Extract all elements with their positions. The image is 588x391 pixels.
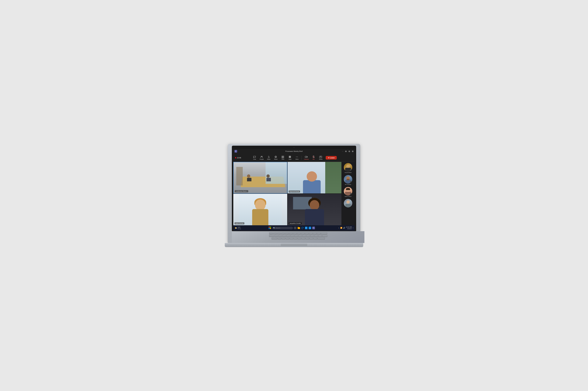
more-button[interactable]: More <box>294 155 300 161</box>
svg-rect-32 <box>294 227 295 228</box>
key <box>310 237 313 239</box>
people-button[interactable]: People <box>258 155 265 161</box>
svg-point-17 <box>289 157 290 158</box>
key <box>293 232 297 234</box>
minimize-button[interactable]: — <box>345 151 347 152</box>
participant-claude[interactable]: 🎤 Claude Bélisle <box>344 163 352 173</box>
apps-button[interactable]: Apps <box>287 155 293 161</box>
key <box>298 237 301 239</box>
temperature: 71°F <box>238 227 241 228</box>
svg-rect-9 <box>282 157 283 158</box>
key <box>278 235 282 237</box>
screen: T Proseware Weekly Brief ··· — □ ✕ <box>233 149 355 231</box>
teams-logo-icon: T <box>235 150 237 153</box>
weather-icon: 🌤️ <box>235 227 237 229</box>
close-button[interactable]: ✕ <box>352 151 353 152</box>
window-options[interactable]: ··· <box>342 150 343 152</box>
edge-icon[interactable] <box>301 226 304 230</box>
extra-avatar <box>344 199 352 207</box>
video-tile-liane[interactable]: Liane Cormier <box>233 194 287 225</box>
react-button[interactable]: React <box>272 155 279 161</box>
chat-button[interactable]: Chat <box>251 155 258 161</box>
title-bar-controls: ··· — □ ✕ <box>342 150 353 152</box>
svg-point-14 <box>289 157 290 157</box>
noemi-avatar: 🎤 <box>344 187 352 196</box>
key <box>269 232 273 234</box>
file-explorer-icon[interactable] <box>297 226 301 230</box>
key <box>314 235 318 237</box>
participant-alix[interactable]: 🎤 Alix Gauthier <box>344 175 352 185</box>
svg-point-13 <box>290 156 291 156</box>
svg-rect-31 <box>270 228 271 229</box>
share-button[interactable]: Share <box>318 155 324 161</box>
system-tray-icons: ∧ <box>338 227 339 229</box>
taskbar: 🌤️ 71°F Sunny <box>233 225 355 231</box>
camera-button[interactable]: Camera <box>303 155 310 161</box>
key <box>274 235 278 237</box>
participant-noemi[interactable]: 🎤 Noémi Vincze <box>344 187 352 197</box>
key <box>318 235 322 237</box>
timer-display: 22:06 <box>237 157 241 159</box>
key <box>313 232 317 234</box>
task-view-icon[interactable] <box>294 226 297 230</box>
claude-avatar: 🎤 <box>344 163 352 172</box>
mic-button[interactable]: Mic <box>310 155 317 161</box>
video-grid: Conference Room A <box>233 162 341 225</box>
store-icon[interactable]: M <box>305 226 308 230</box>
key <box>286 235 290 237</box>
key <box>273 232 277 234</box>
key <box>317 232 321 234</box>
keyboard-row-2 <box>269 235 327 237</box>
svg-point-12 <box>290 156 290 156</box>
key <box>289 232 293 234</box>
svg-line-26 <box>313 156 315 158</box>
title-bar-left: T <box>235 150 237 153</box>
key <box>282 237 285 239</box>
key <box>278 237 281 239</box>
start-button[interactable] <box>268 226 272 230</box>
video-tile-conf-room[interactable]: Conference Room A <box>233 162 287 194</box>
raise-button[interactable]: Raise <box>265 155 272 161</box>
noemi-mic-icon: 🎤 <box>350 193 352 196</box>
leave-button[interactable]: Leave <box>326 156 336 160</box>
svg-text:M: M <box>306 227 307 229</box>
svg-text:T: T <box>235 151 236 152</box>
wifi-icon: 📶 <box>340 227 342 229</box>
key <box>269 235 274 237</box>
participant-extra[interactable] <box>344 199 352 207</box>
key <box>285 232 289 234</box>
svg-point-5 <box>275 156 276 157</box>
raymond-label: Raymond Boulet <box>289 191 300 193</box>
search-wrapper[interactable]: 🔍 <box>272 227 293 229</box>
clock[interactable]: 11:11 AM 4/9/2024 <box>346 226 352 230</box>
svg-rect-38 <box>298 227 299 227</box>
view-button[interactable]: View <box>280 155 286 161</box>
svg-rect-33 <box>295 227 296 228</box>
notification-icon: □ <box>353 227 353 229</box>
maximize-button[interactable]: □ <box>348 151 350 152</box>
key <box>277 232 281 234</box>
svg-rect-10 <box>283 157 284 158</box>
alix-name: Alix Gauthier <box>345 184 351 185</box>
window-title: Proseware Weekly Brief <box>285 150 303 152</box>
video-tile-raymond[interactable]: Raymond Boulet <box>287 162 341 194</box>
svg-point-22 <box>298 157 298 157</box>
svg-point-11 <box>289 156 290 156</box>
teams-taskbar-icon[interactable]: T <box>312 226 315 230</box>
trackpad[interactable] <box>281 244 307 246</box>
key <box>297 232 301 234</box>
weather-widget[interactable]: 🌤️ 71°F Sunny <box>235 227 245 229</box>
search-input[interactable] <box>272 227 293 229</box>
system-tray: ∧ 📶 🔊 11:11 AM 4/9/2024 □ <box>338 226 353 230</box>
video-tile-jacqueline[interactable]: Jacqueline Grondin <box>287 194 341 225</box>
key <box>318 237 325 239</box>
outlook-icon[interactable]: Ou <box>308 226 312 230</box>
key <box>310 235 314 237</box>
alix-mic-icon: 🎤 <box>350 181 352 184</box>
svg-point-18 <box>290 157 290 158</box>
key <box>281 232 285 234</box>
svg-rect-29 <box>270 227 271 228</box>
svg-rect-34 <box>294 228 295 229</box>
key <box>294 235 298 237</box>
claude-mic-icon: 🎤 <box>350 169 352 172</box>
